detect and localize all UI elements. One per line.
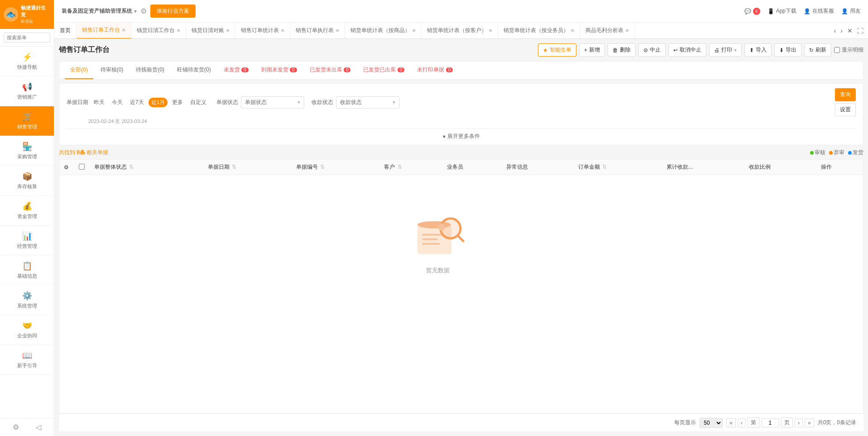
sidebar-item-purchase[interactable]: 🏪 采购管理: [0, 136, 54, 166]
refresh-button[interactable]: ↻ 刷新: [804, 43, 831, 57]
date-btn-more[interactable]: 更多: [169, 98, 186, 107]
filter-tab-wangpu-pending[interactable]: 旺铺待发货(0): [172, 62, 216, 79]
sort-icon[interactable]: ⇅: [129, 164, 134, 170]
tab-close-icon[interactable]: ✕: [226, 28, 230, 33]
show-detail-checkbox[interactable]: [834, 47, 840, 53]
user-button[interactable]: 👤 用友: [841, 7, 861, 15]
page-next-icon[interactable]: ›: [795, 418, 803, 427]
filter-tab-pending-review[interactable]: 待审核(0): [95, 62, 129, 79]
date-btn-custom[interactable]: 自定义: [187, 98, 209, 107]
tab-order-stats[interactable]: 销售订单统计表 ✕: [235, 23, 290, 39]
tab-order-exec[interactable]: 销售订单执行表 ✕: [290, 23, 345, 39]
ship-action-button[interactable]: 发货: [848, 149, 863, 156]
date-btn-today[interactable]: 今天: [109, 98, 125, 107]
tab-sales-workbench[interactable]: 销售订单工作台 ✕: [77, 23, 131, 39]
expand-button[interactable]: ▾ 展开更多条件: [443, 133, 480, 140]
date-btn-last7[interactable]: 近7天: [127, 98, 147, 107]
page-last-icon[interactable]: »: [805, 418, 814, 427]
col-settings[interactable]: ⚙: [59, 160, 73, 175]
sort-icon[interactable]: ⇅: [320, 164, 325, 170]
collapse-icon[interactable]: ◁: [36, 423, 41, 431]
col-collected-label: 累计收款...: [667, 164, 693, 170]
filter-tab-not-printed[interactable]: 未打印单据 0: [412, 62, 458, 79]
tab-sale-stats-staff[interactable]: 销货单统计表（按业务员） ✕: [498, 23, 580, 39]
settings-icon[interactable]: ⚙: [140, 7, 147, 15]
page-prev-icon[interactable]: ‹: [738, 418, 746, 427]
sidebar-item-quick-nav[interactable]: ⚡ 快捷导航: [0, 47, 54, 76]
import-button[interactable]: ⬆ 导入: [744, 43, 772, 57]
tab-cash-daily[interactable]: 钱货日清工作台 ✕: [131, 23, 186, 39]
sidebar-item-base-info[interactable]: 📋 基础信息: [0, 256, 54, 285]
solution-button[interactable]: 体验行业方案: [150, 5, 196, 18]
system-title-dropdown[interactable]: 装备及固定资产辅助管理系统 ▾: [62, 7, 137, 15]
tab-cash-reconcile[interactable]: 钱货日清对账 ✕: [186, 23, 235, 39]
tab-next-icon[interactable]: ›: [839, 26, 844, 35]
date-btn-yesterday[interactable]: 昨天: [91, 98, 107, 107]
review-action-button[interactable]: 审核: [810, 149, 825, 156]
select-all-checkbox[interactable]: [79, 164, 85, 170]
sidebar-item-sales[interactable]: 🛒 销售管理: [0, 106, 54, 136]
tab-maximize-icon[interactable]: ⛶: [855, 26, 865, 35]
results-actions: 审核 弃审 发货: [810, 149, 863, 156]
tab-close-icon[interactable]: ✕: [412, 28, 416, 33]
cancel-icon: ↩: [673, 47, 678, 53]
sort-icon[interactable]: ⇅: [398, 164, 402, 170]
cancel-stop-button[interactable]: ↩ 取消中止: [668, 43, 706, 57]
payment-select[interactable]: 收款状态 ▾: [336, 96, 399, 109]
page-first-icon[interactable]: «: [726, 418, 736, 427]
tab-close-icon[interactable]: ✕: [625, 28, 629, 33]
status-select[interactable]: 单据状态 ▾: [241, 96, 304, 109]
tab-close-icon[interactable]: ✕: [281, 28, 284, 33]
stop-button[interactable]: ⊘ 中止: [638, 43, 666, 57]
filter-tab-not-shipped[interactable]: 未发货 0: [218, 62, 254, 79]
date-btn-last1month[interactable]: 近1月: [149, 98, 168, 107]
search-input[interactable]: [4, 33, 50, 43]
tab-close-icon[interactable]: ✕: [177, 28, 180, 33]
message-badge: 6: [753, 8, 760, 15]
sidebar-item-marketing[interactable]: 📢 营销推广: [0, 76, 54, 106]
delete-button[interactable]: 🗑 删除: [608, 43, 636, 57]
tab-close-icon[interactable]: ✕: [122, 28, 125, 33]
add-button[interactable]: + 新增: [579, 43, 605, 57]
sort-icon[interactable]: ⇅: [232, 164, 236, 170]
phone-icon: 📱: [767, 8, 774, 14]
tab-close-icon[interactable]: ✕: [336, 28, 339, 33]
tab-home[interactable]: 首页: [54, 23, 77, 39]
sidebar-item-inventory[interactable]: 📦 库存核算: [0, 166, 54, 196]
col-checkbox[interactable]: [73, 160, 90, 175]
filter-tab-overdue-not-shipped[interactable]: 到期未发货 0: [256, 62, 302, 79]
message-button[interactable]: 💬 6: [744, 8, 760, 15]
sidebar-item-finance[interactable]: 💰 资金管理: [0, 196, 54, 226]
search-button[interactable]: 查询: [835, 88, 856, 101]
page-size-select[interactable]: 50 20 100: [700, 418, 723, 428]
tab-sale-stats-customer[interactable]: 销货单统计表（按客户） ✕: [422, 23, 498, 39]
sidebar-item-guide[interactable]: 📖 新手引导: [0, 345, 54, 375]
tab-label: 销货单统计表（按商品）: [350, 27, 410, 34]
sidebar-item-system[interactable]: ⚙️ 系统管理: [0, 285, 54, 315]
tab-close-icon[interactable]: ✕: [571, 28, 574, 33]
tab-close-all-icon[interactable]: ✕: [845, 26, 854, 35]
filter-tab-all[interactable]: 全部(0): [65, 62, 93, 79]
smart-create-button[interactable]: ★ 智能生单: [538, 43, 576, 57]
page-input[interactable]: [761, 418, 779, 427]
filter-tab-pending-inspect[interactable]: 待拣验货(0): [130, 62, 170, 79]
online-service-button[interactable]: 👤 在线客服: [804, 7, 834, 15]
filter-tab-shipped-out[interactable]: 已发货已出库 0: [358, 62, 410, 79]
export-button[interactable]: ⬇ 导出: [774, 43, 801, 57]
handshake-icon: 🤝: [22, 321, 32, 331]
filter-tab-shipped-not-out[interactable]: 已发货未出库 0: [304, 62, 356, 79]
settings-bottom-icon[interactable]: ⚙: [13, 423, 19, 431]
tab-close-icon[interactable]: ✕: [489, 28, 492, 33]
tab-prev-icon[interactable]: ‹: [832, 26, 838, 35]
settings-search-button[interactable]: 设置: [835, 103, 856, 116]
sidebar-item-collab[interactable]: 🤝 企业协同: [0, 315, 54, 345]
unreview-action-button[interactable]: 弃审: [829, 149, 844, 156]
date-label: 单据日期: [67, 99, 88, 106]
flash-icon: ⚡: [22, 52, 32, 62]
tab-sale-stats-product[interactable]: 销货单统计表（按商品） ✕: [345, 23, 422, 39]
sidebar-item-operations[interactable]: 📊 经营管理: [0, 226, 54, 256]
sort-icon[interactable]: ⇅: [602, 164, 607, 170]
app-download-button[interactable]: 📱 App下载: [767, 7, 796, 15]
print-button[interactable]: 🖨 打印 ▾: [709, 43, 742, 57]
tab-margin-analysis[interactable]: 商品毛利分析表 ✕: [580, 23, 635, 39]
